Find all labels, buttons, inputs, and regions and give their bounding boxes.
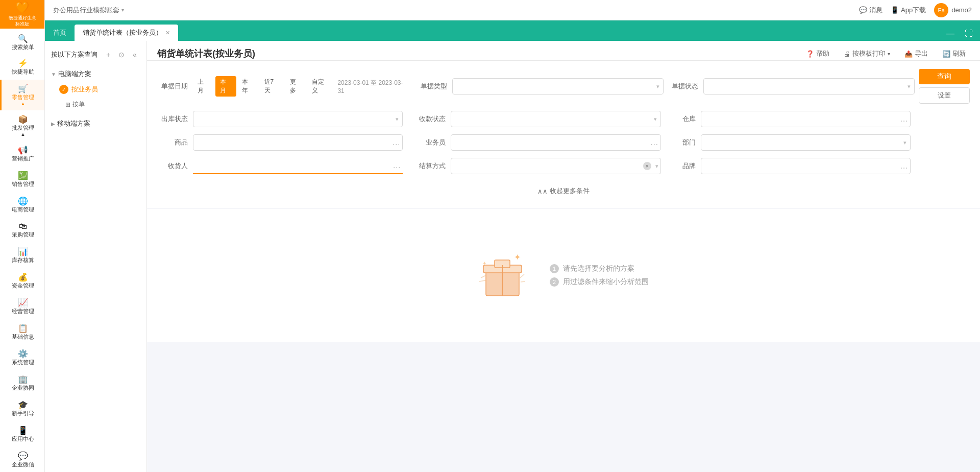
- empty-hints: 1 请先选择要分析的方案 2 用过滤条件来缩小分析范围: [550, 264, 649, 287]
- receiver-dots[interactable]: …: [393, 161, 401, 170]
- svg-line-7: [479, 280, 485, 281]
- sidebar-shortcut[interactable]: ⚡ 快捷导航: [0, 54, 45, 80]
- tab-minimize-btn[interactable]: —: [943, 27, 958, 41]
- settlement-arrow[interactable]: ▾: [655, 163, 658, 170]
- query-btn[interactable]: 查询: [919, 69, 970, 84]
- collapse-btn[interactable]: ∧∧ 收起更多条件: [537, 183, 590, 196]
- sidebar-search[interactable]: 🔍 搜索菜单: [0, 29, 45, 54]
- sidebar-marketing[interactable]: 📢 营销推广: [0, 141, 45, 167]
- message-btn[interactable]: 💬 消息: [859, 6, 883, 15]
- sidebar-finance[interactable]: 💰 资金管理: [0, 268, 45, 294]
- date-btn-7days[interactable]: 近7天: [260, 76, 284, 97]
- panel-header: 按以下方案查询 + ⊙ «: [45, 45, 146, 64]
- warehouse-dots[interactable]: …: [900, 114, 908, 124]
- brand-control[interactable]: …: [701, 158, 911, 174]
- settlement-label: 结算方式: [415, 161, 451, 171]
- receiver-control[interactable]: …: [193, 158, 403, 174]
- page-title-row: 销货单统计表(按业务员) ❓ 帮助 🖨 按模板打印 ▾ 📤: [157, 47, 970, 60]
- refresh-label: 刷新: [952, 49, 966, 58]
- payment-status-control[interactable]: ▾: [451, 111, 660, 127]
- date-filter-control: 上月 本月 本年 近7天 更多 自定义 2023-03-01 至 2023-03…: [193, 76, 408, 97]
- settings-btn[interactable]: 设置: [919, 87, 970, 104]
- help-btn[interactable]: ❓ 帮助: [802, 47, 834, 60]
- doc-type-select[interactable]: [452, 78, 664, 95]
- settlement-control[interactable]: × ▾: [451, 158, 660, 174]
- goods-input[interactable]: [198, 139, 392, 147]
- scheme-salesperson-label: 按业务员: [71, 85, 98, 94]
- date-btn-custom[interactable]: 自定义: [307, 76, 334, 97]
- out-status-select[interactable]: [193, 111, 403, 127]
- scheme-sub-item[interactable]: ⊞ 按单: [45, 97, 146, 112]
- doc-type-label: 单据类型: [416, 82, 452, 91]
- department-control[interactable]: ▾: [701, 134, 911, 151]
- workspace-title: 办公用品行业模拟账套: [53, 6, 119, 15]
- doc-status-label: 单据状态: [668, 82, 703, 91]
- department-select[interactable]: [701, 134, 911, 151]
- tab-sales-stat[interactable]: 销货单统计表（按业务员） ✕: [75, 25, 178, 41]
- sidebar-ecom[interactable]: 🌐 电商管理: [0, 192, 45, 218]
- scheme-by-salesperson[interactable]: ✓ 按业务员: [45, 82, 146, 97]
- empty-state: ✦ ✦ 1 请先选择要: [147, 209, 980, 342]
- tab-home[interactable]: 首页: [45, 25, 75, 41]
- goods-control[interactable]: …: [193, 134, 403, 151]
- brand-input[interactable]: [705, 162, 900, 170]
- desktop-scheme-section: ▼ 电脑端方案 ✓ 按业务员 ⊞ 按单: [45, 64, 146, 114]
- empty-state-icon: ✦ ✦: [478, 250, 529, 301]
- sidebar-wechat[interactable]: 💬 企业微信: [0, 447, 45, 472]
- salesperson-dots[interactable]: …: [650, 138, 658, 147]
- sidebar: 🧡 畅捷通好生意 标准版 🔍 搜索菜单 ⚡ 快捷导航 🛒 零售管理 ▲ 📦 批发…: [0, 0, 45, 472]
- sidebar-wholesale[interactable]: 📦 批发管理 ▲: [0, 110, 45, 141]
- collapse-panel-btn[interactable]: «: [129, 49, 140, 60]
- warehouse-input[interactable]: [705, 115, 900, 123]
- sidebar-retail[interactable]: 🛒 零售管理 ▲: [0, 80, 45, 110]
- sidebar-purchase[interactable]: 🛍 采购管理: [0, 218, 45, 243]
- salesperson-control[interactable]: …: [451, 134, 660, 151]
- receiver-input[interactable]: [193, 162, 393, 170]
- date-btn-this-month[interactable]: 本月: [215, 76, 237, 97]
- sidebar-operations[interactable]: 📈 经营管理: [0, 294, 45, 319]
- out-status-control[interactable]: ▾: [193, 111, 403, 127]
- sidebar-newbie[interactable]: 🎓 新手引导: [0, 396, 45, 421]
- doc-status-select[interactable]: [703, 78, 915, 95]
- refresh-btn[interactable]: 🔄 刷新: [938, 47, 970, 60]
- desktop-scheme-header[interactable]: ▼ 电脑端方案: [45, 66, 146, 82]
- doc-type-control[interactable]: ▾: [452, 78, 664, 95]
- app-download-btn[interactable]: 📱 App下载: [891, 6, 926, 15]
- date-btn-this-year[interactable]: 本年: [237, 76, 259, 97]
- doc-status-control[interactable]: ▾: [703, 78, 915, 95]
- avatar: Ea: [934, 3, 948, 17]
- settlement-tag-close[interactable]: ×: [643, 162, 651, 170]
- add-scheme-btn[interactable]: +: [103, 49, 114, 60]
- export-icon: 📤: [904, 50, 913, 58]
- print-label: 按模板打印: [852, 49, 886, 58]
- logo-icon: 🧡: [15, 1, 29, 14]
- goods-dots[interactable]: …: [392, 138, 400, 147]
- tab-close-icon[interactable]: ✕: [165, 30, 170, 36]
- workspace-info[interactable]: 办公用品行业模拟账套 ▾: [53, 6, 124, 15]
- sidebar-basic[interactable]: 📋 基础信息: [0, 319, 45, 345]
- print-btn[interactable]: 🖨 按模板打印 ▾: [840, 47, 894, 60]
- tab-maximize-btn[interactable]: ⛶: [962, 27, 976, 41]
- copy-scheme-btn[interactable]: ⊙: [116, 49, 127, 60]
- tab-bar: 首页 销货单统计表（按业务员） ✕ — ⛶: [45, 20, 980, 41]
- user-menu[interactable]: Ea demo2: [934, 3, 972, 17]
- sidebar-sales[interactable]: 💹 销售管理: [0, 167, 45, 192]
- workspace-dropdown-icon: ▾: [121, 7, 124, 13]
- sidebar-enterprise[interactable]: 🏢 企业协同: [0, 370, 45, 396]
- salesperson-input[interactable]: [455, 139, 650, 147]
- date-btn-more[interactable]: 更多: [285, 76, 307, 97]
- brand-dots[interactable]: …: [900, 161, 908, 171]
- export-btn[interactable]: 📤 导出: [900, 47, 932, 60]
- sidebar-inventory[interactable]: 📊 库存核算: [0, 243, 45, 268]
- warehouse-control[interactable]: …: [701, 111, 911, 127]
- receiver-label: 收货人: [157, 161, 193, 171]
- message-icon: 💬: [859, 6, 867, 14]
- mobile-scheme-header[interactable]: ▶ 移动端方案: [45, 116, 146, 131]
- sidebar-system[interactable]: ⚙️ 系统管理: [0, 345, 45, 370]
- sidebar-apps[interactable]: 📱 应用中心: [0, 421, 45, 447]
- svg-line-6: [481, 275, 486, 278]
- payment-status-select[interactable]: [451, 111, 660, 127]
- date-btn-last-month[interactable]: 上月: [193, 76, 214, 97]
- help-icon: ❓: [806, 50, 814, 58]
- action-buttons: 查询 设置: [919, 69, 970, 104]
